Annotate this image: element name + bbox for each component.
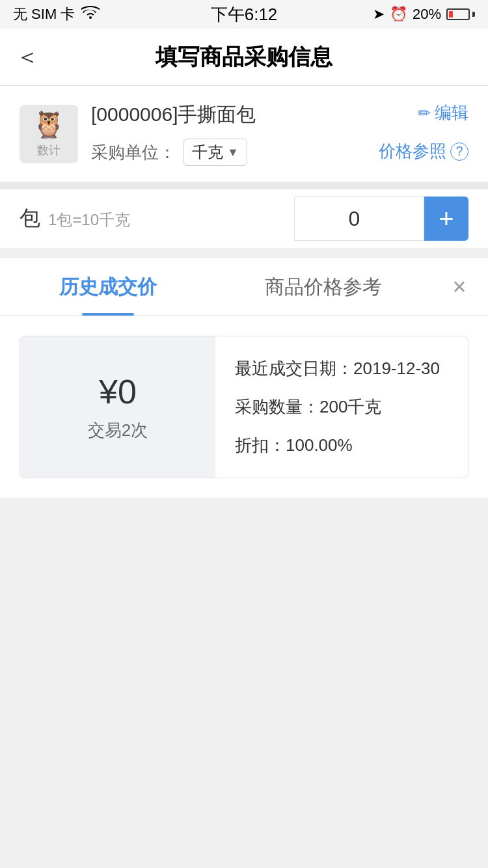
discount-label: 折扣： [235, 435, 286, 455]
help-icon: ? [450, 142, 468, 161]
quantity-input[interactable] [294, 197, 424, 241]
product-unit-row: 采购单位： 千克 ▼ [91, 139, 256, 166]
unit-dropdown[interactable]: 千克 ▼ [183, 139, 247, 166]
quantity-plus-button[interactable]: + [424, 197, 468, 241]
page-title: 填写商品采购信息 [156, 42, 332, 72]
price-ref-label: 价格参照 [379, 140, 446, 163]
main-background [0, 498, 488, 868]
recent-date-label: 最近成交日期： [235, 359, 353, 378]
quantity-label: 包 1包=10千克 [20, 204, 130, 233]
alarm-icon: ⏰ [390, 6, 407, 23]
product-right-actions: ✏ 编辑 价格参照 ? [379, 102, 468, 163]
price-reference-button[interactable]: 价格参照 ? [379, 140, 468, 163]
product-logo-icon: 🦉 [33, 109, 65, 140]
price-content: ¥0 交易2次 最近成交日期：2019-12-30 采购数量：200千克 折扣：… [0, 316, 488, 498]
battery-icon [446, 8, 475, 20]
tabs-section: 历史成交价 商品价格参考 × ¥0 交易2次 最近成交日期：2019-12-30… [0, 258, 488, 498]
quantity-unit-char: 包 [20, 204, 40, 233]
edit-label: 编辑 [435, 102, 468, 124]
price-trade-count: 交易2次 [88, 419, 148, 442]
tab-history-label: 历史成交价 [59, 274, 157, 301]
tab-history-price[interactable]: 历史成交价 [0, 258, 215, 316]
status-right: ➤ ⏰ 20% [373, 6, 475, 23]
product-thumbnail: 🦉 数计 [20, 105, 78, 163]
product-thumb-label: 数计 [37, 142, 61, 158]
price-amount: ¥0 [99, 372, 137, 411]
tab-price-ref-label: 商品价格参考 [265, 274, 382, 301]
quantity-input-group: + [294, 197, 468, 241]
recent-date-value: 2019-12-30 [353, 359, 440, 378]
status-time: 下午6:12 [211, 3, 278, 26]
product-left: 🦉 数计 [0000006]手撕面包 采购单位： 千克 ▼ [20, 102, 256, 166]
tab-underline [82, 313, 134, 316]
price-discount-row: 折扣：100.00% [235, 433, 448, 458]
edit-button[interactable]: ✏ 编辑 [418, 102, 468, 124]
price-card: ¥0 交易2次 最近成交日期：2019-12-30 采购数量：200千克 折扣：… [20, 336, 468, 478]
tabs-header: 历史成交价 商品价格参考 × [0, 258, 488, 316]
carrier-text: 无 SIM 卡 [13, 5, 75, 24]
unit-label: 采购单位： [91, 141, 176, 164]
dropdown-arrow-icon: ▼ [227, 146, 239, 159]
discount-value: 100.00% [286, 435, 353, 455]
price-recent-date-row: 最近成交日期：2019-12-30 [235, 356, 448, 381]
price-purchase-qty-row: 采购数量：200千克 [235, 394, 448, 420]
product-name: [0000006]手撕面包 [91, 102, 256, 128]
purchase-qty-value: 200千克 [319, 397, 381, 416]
unit-value: 千克 [192, 142, 223, 163]
location-icon: ➤ [373, 6, 385, 23]
price-card-left: ¥0 交易2次 [20, 336, 215, 478]
wifi-icon [81, 6, 100, 23]
product-header: 🦉 数计 [0000006]手撕面包 采购单位： 千克 ▼ ✏ 编辑 [20, 102, 468, 166]
close-icon: × [452, 273, 466, 301]
tab-close-button[interactable]: × [431, 258, 488, 316]
status-left: 无 SIM 卡 [13, 5, 100, 24]
nav-bar: ＜ 填写商品采购信息 [0, 29, 488, 86]
tab-product-price-ref[interactable]: 商品价格参考 [215, 258, 431, 316]
product-card: 🦉 数计 [0000006]手撕面包 采购单位： 千克 ▼ ✏ 编辑 [0, 86, 488, 182]
status-bar: 无 SIM 卡 下午6:12 ➤ ⏰ 20% [0, 0, 488, 29]
quantity-row: 包 1包=10千克 + [0, 189, 488, 248]
section-divider [0, 182, 488, 189]
edit-icon: ✏ [418, 104, 431, 122]
product-info: [0000006]手撕面包 采购单位： 千克 ▼ [91, 102, 256, 166]
back-button[interactable]: ＜ [16, 41, 39, 73]
quantity-unit-hint: 1包=10千克 [48, 210, 130, 230]
purchase-qty-label: 采购数量： [235, 397, 319, 416]
battery-percent: 20% [413, 6, 441, 23]
price-card-right: 最近成交日期：2019-12-30 采购数量：200千克 折扣：100.00% [215, 336, 468, 478]
